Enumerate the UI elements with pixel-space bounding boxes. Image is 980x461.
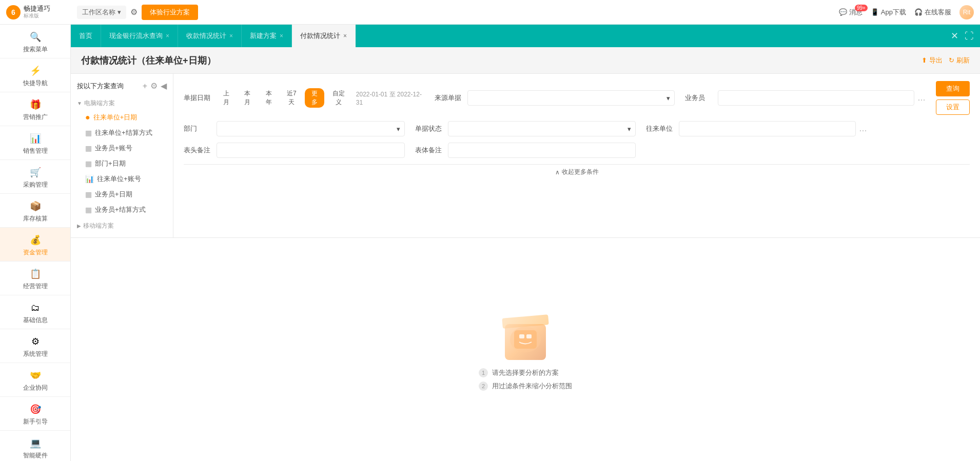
scheme-item-staff-settlement[interactable]: ▦ 业务员+结算方式 <box>71 202 173 217</box>
tip-num-1: 1 <box>479 368 488 377</box>
scheme-item-partner-settlement[interactable]: ▦ 往来单位+结算方式 <box>71 125 173 141</box>
sidebar-label-purchase: 采购管理 <box>23 181 48 189</box>
settings-button[interactable]: 设置 <box>936 99 970 115</box>
scheme-item-label-6: 业务员+结算方式 <box>95 205 146 214</box>
source-label: 来源单据 <box>435 93 463 103</box>
sidebar-item-inventory[interactable]: 📦 库存核算 <box>0 194 70 228</box>
user-avatar[interactable]: Rit <box>959 5 974 19</box>
finance-icon: 💰 <box>29 234 42 246</box>
scheme-item-icon-4: 📊 <box>85 175 94 183</box>
scheme-item-staff-date[interactable]: ▦ 业务员+日期 <box>71 187 173 202</box>
dept-select[interactable]: ▾ <box>217 121 405 136</box>
tab-payments-close[interactable]: × <box>343 32 347 39</box>
scheme-sidebar: 按以下方案查询 + ⚙ ◀ ▼ 电脑端方案 ● 往来单位+日期 <box>71 74 173 237</box>
partner-control: … <box>679 121 867 136</box>
purchase-icon: 🛒 <box>29 166 42 178</box>
partner-input[interactable] <box>679 121 856 136</box>
online-service-action[interactable]: 🎧 在线客服 <box>914 8 951 17</box>
tab-home[interactable]: 首页 <box>71 25 101 47</box>
sidebar-item-purchase[interactable]: 🛒 采购管理 <box>0 160 70 194</box>
messages-action[interactable]: 💬 消息 99+ <box>839 8 863 17</box>
message-icon: 💬 <box>839 8 847 16</box>
scheme-add-icon[interactable]: + <box>143 82 147 91</box>
sidebar-item-system[interactable]: ⚙ 系统管理 <box>0 329 70 363</box>
logo-icon: 6 <box>6 5 21 19</box>
sidebar-item-quicknav[interactable]: ⚡ 快捷导航 <box>0 58 70 92</box>
tab-receivables-close[interactable]: × <box>229 32 233 39</box>
scheme-settings-icon[interactable]: ⚙ <box>150 81 158 91</box>
salesperson-dots-icon[interactable]: … <box>917 93 926 103</box>
scheme-group-desktop-label: 电脑端方案 <box>84 99 115 108</box>
sidebar-item-operations[interactable]: 📋 经营管理 <box>0 262 70 295</box>
scheme-item-staff-account[interactable]: ▦ 业务员+账号 <box>71 141 173 156</box>
header-note-input[interactable] <box>217 143 405 158</box>
scheme-item-partner-account[interactable]: 📊 往来单位+账号 <box>71 171 173 187</box>
workspace-selector[interactable]: 工作区名称 ▾ <box>77 6 126 19</box>
date-range-text: 2022-01-01 至 2022-12-31 <box>356 90 424 106</box>
tab-cashflow-close[interactable]: × <box>166 32 169 39</box>
tab-close-all-icon[interactable]: ✕ <box>951 30 958 42</box>
sidebar-item-finance[interactable]: 💰 资金管理 <box>0 228 70 262</box>
source-select-arrow: ▾ <box>667 94 670 102</box>
app-download-action[interactable]: 📱 App下载 <box>871 8 906 17</box>
date-btn-this-month[interactable]: 本月 <box>238 88 258 108</box>
sidebar-item-guide[interactable]: 🎯 新手引导 <box>0 397 70 431</box>
export-button[interactable]: ⬆ 导出 <box>922 56 943 65</box>
tab-cashflow[interactable]: 现金银行流水查询 × <box>101 25 178 47</box>
scheme-group-desktop-title[interactable]: ▼ 电脑端方案 <box>71 97 173 110</box>
refresh-label: 刷新 <box>956 56 970 65</box>
messages-badge: 99+ <box>855 5 868 11</box>
source-select[interactable]: ▾ <box>467 90 675 106</box>
try-industry-button[interactable]: 体验行业方案 <box>142 5 198 20</box>
sidebar-item-collab[interactable]: 🤝 企业协同 <box>0 363 70 397</box>
dept-control: ▾ <box>217 121 405 136</box>
sidebar-label-collab: 企业协同 <box>23 384 48 392</box>
filter-panel: 按以下方案查询 + ⚙ ◀ ▼ 电脑端方案 ● 往来单位+日期 <box>71 74 980 238</box>
refresh-button[interactable]: ↻ 刷新 <box>949 56 970 65</box>
page-header-actions: ⬆ 导出 ↻ 刷新 <box>922 56 970 65</box>
scheme-group-desktop: ▼ 电脑端方案 ● 往来单位+日期 ▦ 往来单位+结算方式 ▦ 业务员+账号 <box>71 97 173 217</box>
content-area: 首页 现金银行流水查询 × 收款情况统计 × 新建方案 × 付款情况统计 × ✕… <box>71 25 980 461</box>
date-btn-7days[interactable]: 近7天 <box>281 88 303 108</box>
doc-status-select[interactable]: ▾ <box>448 121 636 136</box>
empty-illustration <box>495 309 556 360</box>
topbar-settings-icon[interactable]: ⚙ <box>130 7 138 17</box>
sidebar-item-marketing[interactable]: 🎁 营销推广 <box>0 92 70 126</box>
page-title: 付款情况统计（往来单位+日期） <box>81 54 216 67</box>
scheme-item-partner-date[interactable]: ● 往来单位+日期 <box>71 110 173 125</box>
date-label: 单据日期 <box>184 93 212 103</box>
sidebar: 🔍 搜索菜单 ⚡ 快捷导航 🎁 营销推广 📊 销售管理 🛒 采购管理 📦 库存核… <box>0 25 71 461</box>
scheme-item-icon-0: ● <box>85 113 90 122</box>
app-download-label: App下载 <box>881 8 906 17</box>
query-button[interactable]: 查询 <box>936 81 970 96</box>
salesperson-input[interactable] <box>718 90 914 106</box>
body-note-input[interactable] <box>448 143 636 158</box>
tab-expand-icon[interactable]: ⛶ <box>965 31 974 42</box>
tab-receivables[interactable]: 收款情况统计 × <box>178 25 242 47</box>
sidebar-item-sales[interactable]: 📊 销售管理 <box>0 126 70 160</box>
filter-field-source: 来源单据 ▾ <box>435 90 675 106</box>
source-control: ▾ <box>467 90 675 106</box>
scheme-collapse-icon[interactable]: ◀ <box>161 81 167 91</box>
tab-bar: 首页 现金银行流水查询 × 收款情况统计 × 新建方案 × 付款情况统计 × ✕… <box>71 25 980 47</box>
system-icon: ⚙ <box>29 335 42 348</box>
sidebar-label-guide: 新手引导 <box>23 417 48 426</box>
tab-payments-label: 付款情况统计 <box>300 31 340 41</box>
sidebar-item-basics[interactable]: 🗂 基础信息 <box>0 295 70 329</box>
tab-payments[interactable]: 付款情况统计 × <box>292 25 356 47</box>
scheme-group-mobile-title[interactable]: ▶ 移动端方案 <box>71 219 173 232</box>
tab-new-scheme-close[interactable]: × <box>280 32 283 39</box>
date-btn-custom[interactable]: 自定义 <box>326 88 351 108</box>
date-btn-more[interactable]: 更多 <box>305 88 324 108</box>
page-header: 付款情况统计（往来单位+日期） ⬆ 导出 ↻ 刷新 <box>71 47 980 74</box>
tab-new-scheme[interactable]: 新建方案 × <box>242 25 292 47</box>
marketing-icon: 🎁 <box>29 98 42 111</box>
date-btn-last-month[interactable]: 上月 <box>217 88 236 108</box>
partner-dots-icon[interactable]: … <box>859 124 867 133</box>
scheme-item-dept-date[interactable]: ▦ 部门+日期 <box>71 156 173 171</box>
sidebar-item-hardware[interactable]: 💻 智能硬件 <box>0 431 70 461</box>
date-btn-this-year[interactable]: 本年 <box>259 88 279 108</box>
sidebar-label-hardware: 智能硬件 <box>23 451 48 460</box>
collapse-conditions-button[interactable]: ∧ 收起更多条件 <box>184 164 970 179</box>
sidebar-item-search[interactable]: 🔍 搜索菜单 <box>0 25 70 58</box>
